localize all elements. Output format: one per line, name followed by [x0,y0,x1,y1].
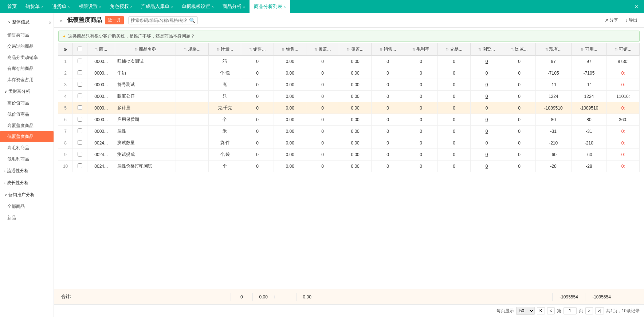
sidebar-item-category-turnover[interactable]: 商品分类动销率 [0,52,54,63]
sidebar-section-growth[interactable]: › 成长性分析 [0,177,54,189]
cell-browse1[interactable]: 0 [470,56,503,67]
cell-checkbox[interactable] [73,102,87,114]
col-current-stock[interactable]: ⇅ 现有... [535,43,571,56]
sidebar-item-low-margin[interactable]: 低毛利商品 [0,154,54,165]
row-checkbox[interactable] [78,128,82,133]
row-checkbox[interactable] [78,105,82,110]
col-name[interactable]: ⇅ 商品名称 [115,43,176,56]
collapse-button[interactable]: « [58,17,64,24]
window-close-button[interactable]: × [632,3,641,10]
col-coverage2[interactable]: ⇅ 覆盖... [339,43,371,56]
sidebar-item-inventory-capital[interactable]: 库存资金占用 [0,74,54,86]
col-unit[interactable]: ⇅ 计量... [208,43,241,56]
sidebar-item-high-margin[interactable]: 高毛利商品 [0,142,54,154]
cell-browse1[interactable]: 0 [470,137,503,149]
cell-checkbox[interactable] [73,91,87,102]
cell-browse1[interactable]: 0 [470,79,503,91]
first-page-button[interactable]: K [537,307,545,314]
page-size-select[interactable]: 50 20 100 [516,307,535,315]
col-settings[interactable]: ⚙ [58,43,73,56]
row-checkbox[interactable] [78,94,82,98]
sidebar-item-new-goods[interactable]: 新品 [0,212,54,223]
close-icon[interactable]: × [243,5,245,9]
close-icon[interactable]: × [171,5,173,9]
cell-checkbox[interactable] [73,67,87,79]
close-icon[interactable]: × [68,5,70,9]
prev-page-button[interactable]: < [547,307,555,314]
row-checkbox[interactable] [78,82,82,87]
col-sellable[interactable]: ⇅ 可销... [607,43,640,56]
row-checkbox[interactable] [78,163,82,168]
col-available[interactable]: ⇅ 可用... [571,43,607,56]
cell-checkbox[interactable] [73,56,87,67]
sidebar-item-all-goods[interactable]: 全部商品 [0,201,54,212]
row-checkbox[interactable] [78,152,82,156]
nav-tab-purchase[interactable]: 进货单 × [48,0,74,13]
close-icon[interactable]: × [99,5,101,9]
col-checkbox[interactable] [73,43,87,56]
col-sales-qty[interactable]: ⇅ 销售... [241,43,274,56]
nav-tab-permissions[interactable]: 权限设置 × [74,0,106,13]
cell-browse1[interactable]: 0 [470,149,503,161]
close-icon[interactable]: × [284,5,286,9]
next-page-button[interactable]: > [585,307,593,314]
col-transaction[interactable]: ⇅ 交易... [438,43,470,56]
nav-tab-product-analysis[interactable]: 商品分析 × [218,0,250,13]
col-browse2[interactable]: ⇅ 浏览... [503,43,535,56]
row-checkbox[interactable] [78,59,82,63]
nav-tab-sales[interactable]: 销货单 × [21,0,48,13]
cell-checkbox[interactable] [73,161,87,172]
close-icon[interactable]: × [212,5,214,9]
col-sales3[interactable]: ⇅ 销售... [372,43,404,56]
share-button[interactable]: ↗ 分享 [602,16,620,24]
cell-browse1[interactable]: 0 [470,161,503,172]
current-page-input[interactable] [564,307,577,314]
search-icon: 🔍 [189,17,195,23]
sidebar-section-overall[interactable]: ∨ 整体信息 [4,16,34,28]
cell-browse1[interactable]: 0 [470,91,503,102]
sidebar-item-high-coverage[interactable]: 高覆盖度商品 [0,120,54,131]
col-sales-amt[interactable]: ⇅ 销售... [274,43,306,56]
col-code[interactable]: ⇅ 商... [87,43,115,56]
col-coverage1[interactable]: ⇅ 覆盖... [306,43,339,56]
sidebar-section-marketing[interactable]: ∨ 营销推广分析 [0,189,54,201]
sidebar-item-sales-goods[interactable]: 销售类商品 [0,29,54,41]
row-checkbox[interactable] [78,140,82,145]
nav-tab-roles[interactable]: 角色授权 × [106,0,137,13]
close-icon[interactable]: × [41,5,43,9]
cell-checkbox[interactable] [73,149,87,161]
nav-tab-product-analysis-list[interactable]: 商品分析列表 × [250,0,290,13]
nav-tab-home[interactable]: 首页 [3,0,21,13]
sidebar-item-traded-goods[interactable]: 交易过的商品 [0,41,54,52]
col-spec[interactable]: ⇅ 规格... [176,43,208,56]
cell-checkbox[interactable] [73,126,87,137]
cell-browse1[interactable]: 0 [470,102,503,114]
collapse-sidebar-button[interactable]: « [48,19,51,25]
close-icon[interactable]: × [130,5,133,9]
col-gross-margin[interactable]: ⇅ 毛利率 [404,43,438,56]
sidebar-item-low-value[interactable]: 低价值商品 [0,109,54,120]
cell-checkbox[interactable] [73,114,87,126]
cell-checkbox[interactable] [73,137,87,149]
last-page-button[interactable]: >| [595,307,604,314]
sidebar-item-in-stock-goods[interactable]: 有库存的商品 [0,63,54,74]
sidebar-item-high-value[interactable]: 高价值商品 [0,98,54,109]
row-checkbox[interactable] [78,70,82,75]
search-input[interactable] [131,18,189,23]
sidebar-section-liquidity[interactable]: › 流通性分析 [0,165,54,177]
cell-checkbox[interactable] [73,79,87,91]
row-checkbox[interactable] [78,117,82,122]
nav-tab-template[interactable]: 单据模板设置 × [177,0,218,13]
cell-browse1[interactable]: 0 [470,114,503,126]
info-banner: ✦ 这类商品只有很少客户购买过，是推广不够，还是商品本身问题？ [58,31,640,42]
col-browse1[interactable]: ⇅ 浏览... [470,43,503,56]
select-all-checkbox[interactable] [78,47,82,51]
sidebar-item-low-coverage[interactable]: 低覆盖度商品 [0,131,54,142]
cell-browse1[interactable]: 0 [470,126,503,137]
export-button[interactable]: ↓ 导出 [623,16,640,24]
nav-tab-finished-goods[interactable]: 产成品入库单 × [137,0,177,13]
sidebar-section-wealth-analysis[interactable]: ∨ 类财富分析 [0,86,54,98]
time-filter-button[interactable]: 近一月 [105,16,124,24]
table-wrapper[interactable]: ⚙ ⇅ 商... ⇅ 商品名称 ⇅ 规格... ⇅ 计量... ⇅ 销售... … [58,43,640,289]
cell-browse1[interactable]: 0 [470,67,503,79]
